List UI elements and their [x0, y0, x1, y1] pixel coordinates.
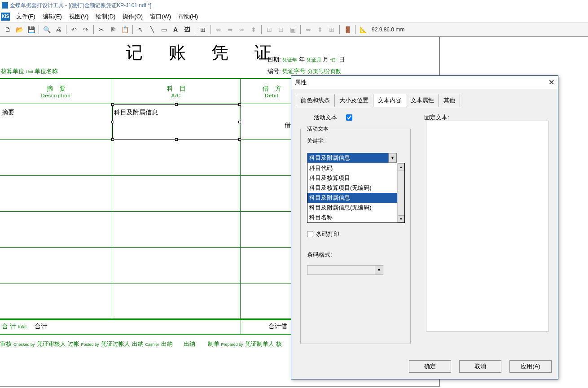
keyword-combo[interactable]: 科目及附属信息 ▼ 科目代码 科目及核算项目 科目及核算项目(无编码) 科目及附… — [307, 153, 397, 163]
resize-handle-nw[interactable] — [111, 103, 114, 106]
resize-handle-e[interactable] — [238, 121, 241, 123]
abstract-text[interactable]: 摘要 — [2, 109, 14, 117]
dialog-titlebar[interactable]: 属性 ✕ — [291, 76, 558, 89]
tab-text-attr[interactable]: 文本属性 — [406, 94, 439, 107]
scroll-up-icon[interactable]: ▲ — [398, 163, 404, 170]
foot-prepare-sub: Prepared by — [221, 342, 243, 347]
table-row — [112, 248, 240, 283]
exit-icon[interactable]: 🚪 — [342, 25, 352, 35]
align-center-icon[interactable]: ⬌ — [225, 25, 235, 35]
fixed-text-area[interactable] — [426, 121, 549, 331]
total-debit: 合计借 — [268, 323, 287, 331]
table-row — [0, 104, 112, 140]
barcode-checkbox[interactable] — [307, 231, 313, 237]
align-top-icon[interactable]: ⬍ — [249, 25, 259, 35]
dropdown-item[interactable]: 科目代码 — [307, 163, 404, 173]
vdist-icon[interactable]: ⇕ — [315, 25, 325, 35]
resize-handle-sw[interactable] — [111, 138, 114, 141]
cut-icon[interactable]: ✂ — [97, 25, 106, 35]
dropdown-item-selected[interactable]: 科目及附属信息 — [307, 193, 404, 203]
resize-handle-ne[interactable] — [238, 103, 241, 106]
number-line[interactable]: 编号: 凭证字号 分页号/分页数 — [268, 67, 341, 75]
line-icon[interactable]: ╲ — [147, 25, 157, 35]
menu-operate[interactable]: 操作(O) — [119, 12, 146, 22]
save-icon[interactable]: 💾 — [26, 25, 36, 35]
resize-handle-n[interactable] — [175, 103, 178, 106]
hdr-desc-label: 摘 要 — [47, 85, 66, 93]
undo-icon[interactable]: ↶ — [69, 25, 79, 35]
ruler-icon[interactable]: 📐 — [358, 25, 368, 35]
selected-text[interactable]: 科目及附属信息 — [114, 109, 158, 117]
copy-icon[interactable]: ⎘ — [108, 25, 118, 35]
barcode-format-combo[interactable]: ▼ — [307, 265, 383, 275]
document-title[interactable]: 记 账 凭 证 — [126, 41, 282, 64]
dropdown-item[interactable]: 科目及附属信息(无编码) — [307, 203, 404, 213]
resize-handle-se[interactable] — [238, 138, 241, 141]
tab-other[interactable]: 其他 — [439, 94, 460, 107]
dynamic-text-checkbox[interactable] — [346, 114, 352, 121]
pointer-icon[interactable]: ↖ — [136, 25, 145, 35]
tab-text-content[interactable]: 文本内容 — [373, 94, 406, 107]
menu-draw[interactable]: 绘制(D) — [92, 12, 119, 22]
preview-icon[interactable]: 🔍 — [42, 25, 52, 35]
tab-size[interactable]: 大小及位置 — [334, 94, 373, 107]
separator — [195, 25, 195, 34]
date-line[interactable]: 日期: 凭证年 年 凭证月 月 "日" 日 — [268, 56, 345, 64]
text-icon[interactable]: A — [171, 25, 180, 35]
resize-handle-s[interactable] — [175, 138, 178, 141]
group-icon[interactable]: ⊡ — [264, 25, 274, 35]
ok-button[interactable]: 确定 — [409, 360, 451, 373]
menu-window[interactable]: 窗口(W) — [146, 12, 175, 22]
table-icon[interactable]: ⊞ — [198, 25, 208, 35]
menu-edit[interactable]: 编辑(E) — [39, 12, 66, 22]
size-icon[interactable]: ⊞ — [327, 25, 337, 35]
keyword-dropdown: 科目代码 科目及核算项目 科目及核算项目(无编码) 科目及附属信息 科目及附属信… — [307, 163, 405, 223]
chevron-down-icon[interactable]: ▼ — [388, 153, 396, 162]
cancel-button[interactable]: 取消 — [459, 360, 501, 373]
paste-icon[interactable]: 📋 — [120, 25, 130, 35]
rect-icon[interactable]: ▭ — [159, 25, 169, 35]
number-value: 凭证字号 — [282, 68, 306, 74]
ungroup-icon[interactable]: ⊟ — [276, 25, 286, 35]
menu-file[interactable]: 文件(F) — [13, 12, 39, 22]
resize-handle-w[interactable] — [111, 121, 114, 123]
dropdown-item[interactable]: 科目名称 — [307, 213, 404, 222]
separator — [66, 25, 66, 34]
properties-dialog: 属性 ✕ 颜色和线条 大小及位置 文本内容 文本属性 其他 活动文本 固定文本:… — [291, 75, 558, 379]
print-icon[interactable]: 🖨 — [53, 25, 63, 35]
kis-logo-icon: KIS — [1, 13, 10, 21]
foot-cashier-sub: Cashier — [145, 342, 159, 347]
hdr-acct-label: 科 目 — [167, 85, 186, 93]
dropdown-item[interactable]: 科目及核算项目 — [307, 173, 404, 183]
keyword-label: 关键字: — [307, 137, 404, 145]
dropdown-item[interactable]: 科目及核算项目(无编码) — [307, 183, 404, 193]
scroll-down-icon[interactable]: ▼ — [398, 215, 404, 222]
dialog-title: 属性 — [295, 78, 307, 87]
month-char: 月 — [323, 56, 329, 63]
front-icon[interactable]: ▣ — [288, 25, 298, 35]
new-icon[interactable]: 🗋 — [3, 25, 13, 35]
barcode-row: 条码打印 — [307, 230, 404, 238]
unit-value: 单位名称 — [35, 68, 58, 74]
debit-text[interactable]: 借 — [285, 121, 291, 129]
menu-help[interactable]: 帮助(H) — [175, 12, 202, 22]
redo-icon[interactable]: ↷ — [81, 25, 91, 35]
tab-color[interactable]: 颜色和线条 — [296, 94, 335, 107]
align-right-icon[interactable]: ⬄ — [237, 25, 247, 35]
unit-line[interactable]: 核算单位 Unit 单位名称 — [1, 67, 58, 75]
dropdown-scrollbar[interactable]: ▲ ▼ — [397, 163, 404, 222]
date-month: 凭证月 — [307, 57, 321, 62]
image-icon[interactable]: 🖼 — [182, 25, 192, 35]
chevron-down-icon[interactable]: ▼ — [375, 266, 383, 275]
foot-check: 审核 — [0, 340, 12, 348]
open-icon[interactable]: 📂 — [14, 25, 24, 35]
close-icon[interactable]: ✕ — [549, 78, 554, 87]
apply-button[interactable]: 应用(A) — [509, 360, 552, 373]
align-left-icon[interactable]: ⬄ — [214, 25, 224, 35]
hdist-icon[interactable]: ⇔ — [303, 25, 313, 35]
table-row — [112, 176, 240, 212]
separator — [300, 25, 301, 34]
toolbar: 🗋 📂 💾 🔍 🖨 ↶ ↷ ✂ ⎘ 📋 ↖ ╲ ▭ A 🖼 ⊞ ⬄ ⬌ ⬄ ⬍ … — [0, 22, 588, 37]
footer-line[interactable]: 审核 Checked by 凭证审核人 过帐 Posted by 凭证过帐人 出… — [0, 340, 282, 348]
menu-view[interactable]: 视图(V) — [66, 12, 92, 22]
